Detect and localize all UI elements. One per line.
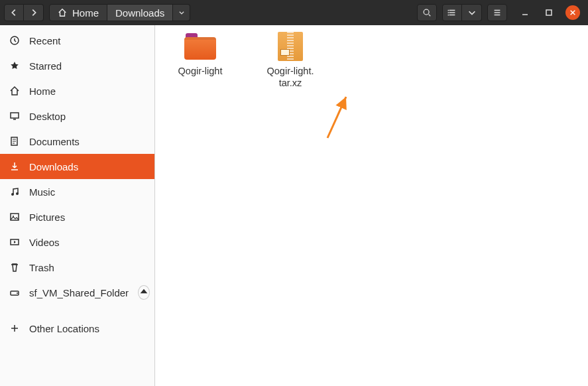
- sidebar-item-label: sf_VM_Shared_Folder: [29, 287, 129, 298]
- sidebar-item-label: Other Locations: [29, 323, 99, 334]
- file-item[interactable]: Qogir-light: [167, 32, 233, 77]
- drive-icon: [9, 287, 20, 298]
- sidebar-item-starred[interactable]: Starred: [0, 53, 154, 78]
- sidebar-item-music[interactable]: Music: [0, 179, 154, 204]
- sidebar-item-label: Downloads: [29, 161, 78, 172]
- file-item[interactable]: Qogir-light.​tar.xz: [257, 32, 323, 89]
- maximize-button[interactable]: [542, 5, 556, 20]
- path-dropdown-button[interactable]: [173, 4, 190, 21]
- sidebar-item-home[interactable]: Home: [0, 78, 154, 103]
- sidebar-item-documents[interactable]: Documents: [0, 129, 154, 154]
- path-label: Home: [72, 7, 99, 19]
- back-button[interactable]: [4, 4, 24, 21]
- documents-icon: [9, 136, 20, 147]
- sidebar-item-sf-vm-shared-folder[interactable]: sf_VM_Shared_Folder: [0, 280, 154, 305]
- annotation-arrow-icon: [322, 90, 362, 143]
- content-area[interactable]: Qogir-lightQogir-light.​tar.xz: [155, 25, 588, 386]
- svg-point-3: [447, 15, 449, 16]
- svg-rect-10: [11, 214, 19, 220]
- music-icon: [9, 186, 20, 197]
- sidebar-item-label: Music: [29, 186, 55, 198]
- svg-point-9: [16, 192, 19, 195]
- home-icon: [9, 86, 20, 96]
- eject-button[interactable]: [138, 285, 150, 300]
- path-segment-downloads[interactable]: Downloads: [107, 4, 173, 21]
- svg-point-0: [424, 9, 429, 15]
- sidebar-item-label: Pictures: [29, 212, 65, 223]
- minimize-button[interactable]: [518, 5, 532, 20]
- svg-rect-4: [546, 10, 552, 15]
- sidebar-item-desktop[interactable]: Desktop: [0, 103, 154, 129]
- path-label: Downloads: [115, 7, 164, 19]
- videos-icon: [9, 237, 20, 247]
- file-grid: Qogir-lightQogir-light.​tar.xz: [167, 32, 576, 89]
- home-icon: [58, 8, 67, 17]
- nav-buttons: [4, 4, 44, 21]
- svg-point-8: [11, 193, 14, 196]
- archive-icon: [278, 32, 303, 61]
- sidebar-item-trash[interactable]: Trash: [0, 255, 154, 280]
- clock-icon: [9, 35, 20, 46]
- sidebar-item-label: Recent: [29, 35, 61, 46]
- pictures-icon: [9, 212, 20, 222]
- list-view-button[interactable]: [442, 4, 462, 21]
- sidebar-item-downloads[interactable]: Downloads: [0, 154, 154, 179]
- window-controls: [518, 5, 580, 20]
- plus-icon: [9, 323, 20, 334]
- downloads-icon: [9, 161, 20, 172]
- sidebar-item-pictures[interactable]: Pictures: [0, 204, 154, 229]
- sidebar-item-label: Documents: [29, 136, 80, 147]
- svg-rect-6: [11, 113, 19, 118]
- forward-button[interactable]: [24, 4, 44, 21]
- headerbar: Home Downloads: [0, 0, 588, 25]
- star-icon: [9, 60, 20, 71]
- desktop-icon: [9, 111, 20, 121]
- sidebar-item-label: Videos: [29, 237, 60, 248]
- svg-point-2: [447, 12, 449, 13]
- file-label: Qogir-light.​tar.xz: [257, 65, 323, 89]
- sidebar: RecentStarredHomeDesktopDocumentsDownloa…: [0, 25, 155, 386]
- view-dropdown-button[interactable]: [462, 4, 482, 21]
- sidebar-item-label: Trash: [29, 262, 54, 273]
- sidebar-other-locations[interactable]: Other Locations: [0, 316, 154, 341]
- sidebar-item-recent[interactable]: Recent: [0, 28, 154, 53]
- sidebar-item-videos[interactable]: Videos: [0, 229, 154, 255]
- svg-point-1: [447, 10, 449, 11]
- pathbar: Home Downloads: [49, 4, 190, 21]
- sidebar-item-label: Desktop: [29, 111, 66, 122]
- view-group: [442, 4, 482, 21]
- file-label: Qogir-light: [178, 65, 223, 77]
- sidebar-item-label: Home: [29, 86, 56, 97]
- path-segment-home[interactable]: Home: [49, 4, 107, 21]
- sidebar-item-label: Starred: [29, 60, 62, 72]
- close-button[interactable]: [565, 5, 580, 20]
- search-button[interactable]: [417, 4, 437, 21]
- folder-icon: [184, 33, 216, 60]
- trash-icon: [9, 262, 20, 273]
- hamburger-menu-button[interactable]: [487, 4, 507, 21]
- svg-point-14: [17, 292, 18, 294]
